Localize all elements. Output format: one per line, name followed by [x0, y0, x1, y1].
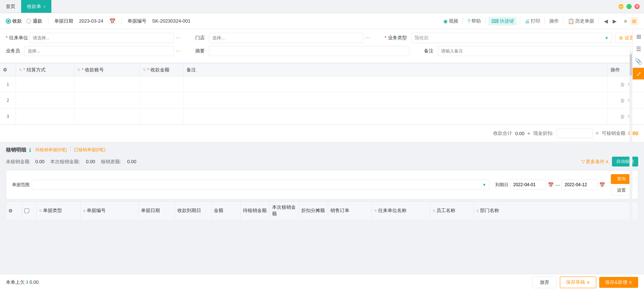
row-2-account[interactable] — [74, 93, 140, 108]
staff-more-btn[interactable]: ··· — [176, 48, 181, 54]
help-label: 帮助 — [471, 18, 481, 24]
radio-group: 收款 退款 — [6, 18, 42, 24]
bth-amount-label: 金额 — [214, 207, 223, 214]
sidebar-table-icon[interactable]: ⊞ — [633, 31, 644, 42]
form-row-1: * 往来单位 ··· 门店 ··· * 业务类型 预收款 ▼ ⚙ 设置 — [6, 33, 638, 43]
sort-account-icon[interactable]: ⇅ — [77, 68, 80, 72]
grid-view-icon[interactable]: ⊞ — [630, 17, 638, 25]
partner-input[interactable] — [30, 33, 174, 43]
staff-input[interactable] — [24, 46, 174, 56]
window-close-button[interactable]: ✕ — [635, 4, 640, 9]
row-2-num: 2 — [0, 93, 16, 108]
row-1-note[interactable] — [184, 77, 608, 92]
sort-amount-icon[interactable]: ⇅ — [143, 68, 146, 72]
radio-refund[interactable]: 退款 — [26, 18, 42, 24]
scrollbar-thumb — [630, 54, 632, 76]
sidebar-list-icon[interactable]: ☰ — [633, 43, 644, 55]
sidebar-attach-icon[interactable]: 📎 — [633, 55, 644, 67]
staff-field: 业务员 ··· — [6, 46, 181, 56]
tab-close-icon[interactable]: × — [43, 4, 46, 9]
save-draft-button[interactable]: 保存草稿 ∧ — [560, 277, 596, 288]
video-button[interactable]: ◉ 视频 — [442, 17, 460, 25]
sort-number-icon[interactable]: ⇅ — [83, 209, 86, 213]
radio-income-label: 收款 — [12, 18, 22, 24]
print-icon: 🖨 — [525, 18, 530, 24]
summary-input[interactable] — [209, 46, 409, 56]
store-input[interactable] — [209, 33, 363, 43]
sidebar-expand-icon[interactable]: ⤢ — [633, 68, 644, 79]
history-button[interactable]: 📋 历史单据 — [566, 17, 596, 25]
store-more-btn[interactable]: ··· — [365, 35, 370, 41]
save-new-arrow: ∧ — [629, 279, 632, 285]
th-gear[interactable]: ⚙ — [0, 63, 16, 76]
summary-row: 收款合计 0.00 + 现金折扣: = 可核销金额 0.00 — [0, 125, 644, 142]
sort-dept-icon[interactable]: ⇅ — [476, 209, 479, 213]
bth-gear[interactable]: ⚙ — [6, 202, 22, 219]
row-3-note[interactable] — [184, 109, 608, 124]
verification-tabs: 待核销单据(0笔) | 已核销单据(0笔) — [34, 146, 107, 154]
save-new-button[interactable]: 保存&新增 ∧ — [599, 277, 638, 288]
query-button[interactable]: 查询 — [611, 174, 632, 184]
row-3-amount[interactable] — [140, 109, 184, 124]
row-1-delete-icon[interactable]: 🗑 — [620, 82, 625, 87]
bth-number: ⇅ 单据编号 — [80, 202, 139, 219]
date-from-icon[interactable]: 📅 — [548, 182, 554, 188]
prev-arrow[interactable]: ◀ — [602, 17, 610, 25]
sort-payment-icon[interactable]: ⇅ — [19, 68, 22, 72]
row-1-amount[interactable] — [140, 77, 184, 92]
filter-setting-button[interactable]: 设置 — [611, 185, 632, 195]
date-from-input[interactable] — [510, 180, 546, 190]
help-button[interactable]: ? 帮助 — [466, 17, 482, 25]
number-field-label: 单据编号 — [127, 18, 146, 24]
row-2-delete-icon[interactable]: 🗑 — [620, 98, 625, 103]
scrollbar[interactable] — [629, 51, 632, 274]
more-filters-btn[interactable]: ▽ 更多条件 ∧ — [581, 158, 609, 165]
list-view-icon[interactable]: ≡ — [621, 17, 629, 25]
row-2-amount[interactable] — [140, 93, 184, 108]
bth-checkbox — [22, 202, 37, 219]
operate-button[interactable]: 操作 — [548, 17, 560, 25]
row-2-payment[interactable] — [16, 93, 74, 108]
date-to-input[interactable] — [561, 180, 598, 190]
window-maximize-button[interactable]: □ — [627, 4, 632, 9]
done-tab[interactable]: 已核销单据(0笔) — [72, 146, 107, 154]
current-label: 本次核销金额: — [50, 158, 80, 165]
nav-arrows: ◀ ▶ — [602, 17, 619, 25]
partner-more-btn[interactable]: ··· — [176, 35, 181, 41]
business-field: * 业务类型 预收款 ▼ ⚙ 设置 — [385, 33, 638, 43]
sort-partner-icon[interactable]: ⇅ — [374, 209, 377, 213]
radio-income[interactable]: 收款 — [6, 18, 22, 24]
tab-home[interactable]: 首页 — [0, 0, 21, 13]
bth-current: 本次核销金额 — [270, 202, 299, 219]
discard-button[interactable]: 放弃 — [532, 277, 557, 288]
sort-type-icon[interactable]: ⇅ — [39, 209, 42, 213]
verification-info-icon[interactable]: ℹ — [29, 147, 31, 153]
next-arrow[interactable]: ▶ — [610, 17, 619, 25]
window-minimize-button[interactable]: — — [619, 4, 624, 9]
select-all-checkbox[interactable] — [24, 208, 29, 213]
tab-active[interactable]: 收款单 × — [21, 0, 51, 13]
row-1-account[interactable] — [74, 77, 140, 92]
range-select[interactable]: ▼ — [32, 180, 490, 190]
row-2-note[interactable] — [184, 93, 608, 108]
row-3-delete-icon[interactable]: 🗑 — [620, 114, 625, 119]
shortcut-button[interactable]: ⌨ 快捷键 — [488, 17, 517, 26]
calendar-icon[interactable]: 📅 — [109, 18, 115, 24]
row-3-account[interactable] — [74, 109, 140, 124]
discount-input[interactable] — [557, 129, 593, 138]
divider-7 — [563, 17, 564, 25]
auto-verify-button[interactable]: 自动核销 — [612, 157, 638, 166]
business-select[interactable]: 预收款 ▼ — [411, 33, 612, 43]
note-field: 备注 — [424, 46, 638, 56]
bth-pending-label: 待核销金额 — [243, 207, 267, 214]
row-3-payment[interactable] — [16, 109, 74, 124]
note-input[interactable] — [438, 46, 638, 56]
sort-staff-icon[interactable]: ⇅ — [432, 209, 435, 213]
footer-info-icon[interactable]: ℹ — [26, 279, 28, 285]
bth-discount: 折扣分摊额 — [299, 202, 328, 219]
pending-tab[interactable]: 待核销单据(0笔) — [34, 146, 68, 154]
footer: 本单上欠 ℹ 0.00 放弃 保存草稿 ∧ 保存&新增 ∧ — [0, 274, 644, 290]
print-button[interactable]: 🖨 打印 — [523, 17, 542, 25]
date-to-icon[interactable]: 📅 — [599, 182, 605, 188]
row-1-payment[interactable] — [16, 77, 74, 92]
